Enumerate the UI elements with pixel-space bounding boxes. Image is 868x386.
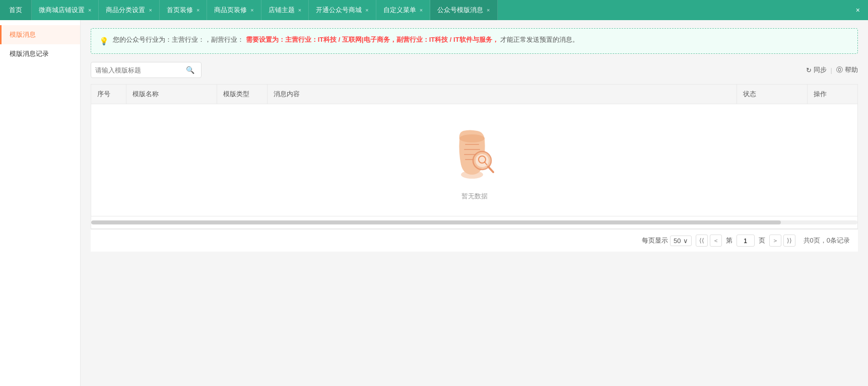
per-page-label: 每页显示 xyxy=(642,236,668,245)
tab-custom-menu-label: 自定义菜单 xyxy=(383,6,416,15)
help-label: 帮助 xyxy=(845,65,858,74)
tab-theme-close[interactable]: × xyxy=(298,7,301,13)
tab-weshop[interactable]: 微商城店铺设置 × xyxy=(32,0,99,20)
toolbar-divider: | xyxy=(831,66,832,74)
notice-box: 💡 您的公众号行业为：主营行业：，副营行业： 需要设置为：主营行业：IT科技 /… xyxy=(91,28,858,54)
page-input[interactable] xyxy=(737,235,755,247)
sidebar-item-template-record[interactable]: 模版消息记录 xyxy=(0,44,80,63)
data-table: 序号 模版名称 模版类型 消息内容 状态 操作 xyxy=(91,84,858,216)
empty-text: 暂无数据 xyxy=(461,192,488,201)
page-navigation: ⟨⟨ ＜ 第 页 ＞ ⟩⟩ xyxy=(696,235,795,247)
page-label: 第 xyxy=(726,236,732,245)
col-header-status: 状态 xyxy=(737,85,808,104)
tab-home-label: 首页 xyxy=(9,6,22,15)
search-icon[interactable]: 🔍 xyxy=(186,66,194,74)
notice-prefix: 您的公众号行业为：主营行业：，副营行业： xyxy=(113,36,244,43)
empty-row: 暂无数据 xyxy=(91,104,858,216)
first-page-button[interactable]: ⟨⟨ xyxy=(696,235,708,247)
table-header-row: 序号 模版名称 模版类型 消息内容 状态 操作 xyxy=(91,85,858,104)
tab-category[interactable]: 商品分类设置 × xyxy=(99,0,159,20)
notice-highlight: 需要设置为：主营行业：IT科技 / 互联网|电子商务，副营行业：IT科技 / I… xyxy=(246,36,499,43)
per-page-value: 50 xyxy=(674,237,681,245)
tab-wechat-mall-close[interactable]: × xyxy=(365,7,368,13)
empty-illustration xyxy=(444,124,505,185)
sidebar-item-template-record-label: 模版消息记录 xyxy=(10,50,49,57)
notice-suffix: 才能正常发送预置的消息。 xyxy=(500,36,579,43)
svg-point-1 xyxy=(459,134,485,142)
tab-template-msg-close[interactable]: × xyxy=(487,7,490,13)
horizontal-scrollbar[interactable] xyxy=(91,220,857,224)
pagination: 每页显示 50 ∨ ⟨⟨ ＜ 第 页 ＞ ⟩⟩ 共0页，0条记录 xyxy=(91,229,858,252)
tab-custom-menu-close[interactable]: × xyxy=(420,7,423,13)
tab-home[interactable]: 首页 xyxy=(0,0,32,20)
toolbar: 🔍 ↻ 同步 | ⓪ 帮助 xyxy=(91,62,858,78)
tab-custom-menu[interactable]: 自定义菜单 × xyxy=(376,0,430,20)
tab-weshop-close[interactable]: × xyxy=(88,7,91,13)
next-page-button[interactable]: ＞ xyxy=(769,235,781,247)
tab-weshop-label: 微商城店铺设置 xyxy=(39,6,85,15)
prev-page-button[interactable]: ＜ xyxy=(710,235,722,247)
top-nav: 首页 微商城店铺设置 × 商品分类设置 × 首页装修 × 商品页装修 × 店铺主… xyxy=(0,0,868,20)
search-input[interactable] xyxy=(95,66,186,74)
sidebar-item-template-msg-label: 模版消息 xyxy=(10,31,36,38)
per-page-select: 每页显示 50 ∨ xyxy=(642,236,691,246)
content-area: 💡 您的公众号行业为：主营行业：，副营行业： 需要设置为：主营行业：IT科技 /… xyxy=(81,20,868,386)
empty-state: 暂无数据 xyxy=(91,104,857,216)
toolbar-right: ↻ 同步 | ⓪ 帮助 xyxy=(806,65,858,74)
sync-label: 同步 xyxy=(814,65,827,74)
col-header-type: 模版类型 xyxy=(217,85,268,104)
tab-homepage-close[interactable]: × xyxy=(196,7,199,13)
col-header-no: 序号 xyxy=(91,85,126,104)
notice-text: 您的公众号行业为：主营行业：，副营行业： 需要设置为：主营行业：IT科技 / 互… xyxy=(113,35,579,45)
last-page-button[interactable]: ⟩⟩ xyxy=(783,235,795,247)
col-header-content: 消息内容 xyxy=(268,85,737,104)
main-layout: 模版消息 模版消息记录 💡 您的公众号行业为：主营行业：，副营行业： 需要设置为… xyxy=(0,20,868,386)
sidebar: 模版消息 模版消息记录 xyxy=(0,20,81,386)
tab-productpage-label: 商品页装修 xyxy=(214,6,247,15)
tab-template-msg-label: 公众号模版消息 xyxy=(437,6,483,15)
svg-line-8 xyxy=(488,167,493,172)
tab-productpage-close[interactable]: × xyxy=(250,7,253,13)
bulb-icon: 💡 xyxy=(99,35,109,47)
tab-category-label: 商品分类设置 xyxy=(106,6,145,15)
search-input-wrap[interactable]: 🔍 xyxy=(91,62,202,78)
per-page-dropdown[interactable]: 50 ∨ xyxy=(670,236,691,246)
tab-theme[interactable]: 店铺主题 × xyxy=(261,0,309,20)
dropdown-chevron-icon: ∨ xyxy=(683,237,688,245)
tab-wechat-mall-label: 开通公众号商城 xyxy=(316,6,362,15)
global-close-button[interactable]: × xyxy=(848,0,868,20)
tab-theme-label: 店铺主题 xyxy=(269,6,295,15)
tab-homepage[interactable]: 首页装修 × xyxy=(160,0,207,20)
tab-category-close[interactable]: × xyxy=(149,7,152,13)
page-unit: 页 xyxy=(759,236,765,245)
sync-icon: ↻ xyxy=(806,66,812,74)
total-info: 共0页，0条记录 xyxy=(804,236,850,245)
col-header-action: 操作 xyxy=(808,85,858,104)
sidebar-item-template-msg[interactable]: 模版消息 xyxy=(0,25,80,44)
tab-template-msg[interactable]: 公众号模版消息 × xyxy=(430,0,497,20)
col-header-name: 模版名称 xyxy=(126,85,217,104)
scroll-thumb[interactable] xyxy=(91,220,781,224)
global-close-icon: × xyxy=(856,6,860,14)
help-icon: ⓪ xyxy=(836,65,843,74)
tab-wechat-mall[interactable]: 开通公众号商城 × xyxy=(309,0,376,20)
tab-productpage[interactable]: 商品页装修 × xyxy=(207,0,261,20)
tab-homepage-label: 首页装修 xyxy=(167,6,193,15)
help-button[interactable]: ⓪ 帮助 xyxy=(836,65,858,74)
sync-button[interactable]: ↻ 同步 xyxy=(806,65,827,74)
